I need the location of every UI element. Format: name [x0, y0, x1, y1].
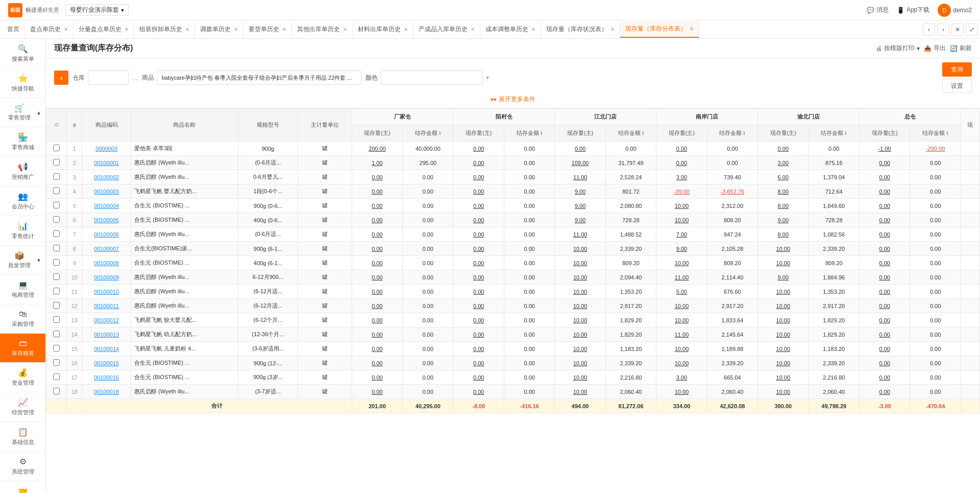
- cell-checkbox[interactable]: [46, 213, 67, 227]
- cell-yuibei-amount: 1,884.96: [808, 270, 859, 285]
- cell-total-stock: 0.00: [859, 184, 910, 199]
- cell-jiangbei-amount: 2,216.80: [605, 370, 656, 385]
- tab-home[interactable]: 首页: [2, 21, 25, 38]
- cell-total-stock: 0.00: [859, 342, 910, 356]
- query-button[interactable]: 查询: [942, 62, 972, 77]
- refresh-btn[interactable]: 🔄 刷新: [950, 44, 972, 53]
- expand-conditions-btn[interactable]: ▾▾ 展开更多条件: [54, 95, 972, 104]
- industry-select[interactable]: 母婴行业演示陈套 ▾: [65, 4, 129, 16]
- cell-yuibei-amount: 875.16: [808, 156, 859, 170]
- cell-village-amount: 0.00: [504, 270, 555, 285]
- sidebar-item-ecom[interactable]: 💻 电商管理: [0, 275, 45, 304]
- cell-checkbox[interactable]: [46, 242, 67, 256]
- cell-checkbox[interactable]: [46, 199, 67, 213]
- tab-close-cost-adjust[interactable]: ✕: [531, 27, 535, 32]
- warehouse-input[interactable]: [88, 71, 129, 85]
- setting-button[interactable]: 设置: [942, 79, 972, 93]
- tab-close-stock-status[interactable]: ✕: [610, 27, 615, 32]
- cell-checkbox[interactable]: [46, 285, 67, 299]
- cell-checkbox[interactable]: [46, 170, 67, 184]
- tab-assembly[interactable]: 组装拆卸单历史 ✕: [134, 21, 195, 38]
- sidebar-item-member[interactable]: 👥 会员中心: [0, 186, 45, 216]
- sidebar-item-quicknav[interactable]: ⭐ 快捷导航: [0, 68, 45, 98]
- sidebar-item-retail-mgmt[interactable]: 🛒 零售管理 ▲: [0, 98, 45, 127]
- sidebar-item-search[interactable]: 🔍 搜索英单: [0, 39, 45, 68]
- app-download-btn[interactable]: 📱 App下载: [897, 6, 929, 14]
- tab-close-material-out[interactable]: ✕: [404, 27, 408, 32]
- color-input[interactable]: [381, 71, 483, 85]
- cell-jiangbei-amount: 2,339.20: [605, 242, 656, 256]
- gear-icon[interactable]: ⚙: [54, 122, 59, 128]
- sidebar-item-stock[interactable]: 🗃 库存核算: [0, 334, 45, 363]
- cell-nanan-stock: 0.00: [656, 142, 707, 156]
- cell-checkbox[interactable]: [46, 184, 67, 199]
- tab-close-product-in[interactable]: ✕: [471, 27, 475, 32]
- tab-cost-adjust[interactable]: 成本调整单历史 ✕: [480, 21, 541, 38]
- tab-close-assembly[interactable]: ✕: [185, 27, 189, 32]
- summary-yuibei-stock: 390.00: [758, 399, 809, 413]
- tab-material-out[interactable]: 材料出库单历史 ✕: [353, 21, 413, 38]
- tab-close-stock-dist[interactable]: ✕: [690, 26, 694, 32]
- cell-yuibei-stock: 8.00: [758, 227, 809, 242]
- sidebar-item-finance[interactable]: 💰 资金管理: [0, 363, 45, 392]
- cell-checkbox[interactable]: [46, 156, 67, 170]
- cell-checkbox[interactable]: [46, 142, 67, 156]
- tab-transfer[interactable]: 调拨单历史 ✕: [195, 21, 243, 38]
- tab-close-inventory-split[interactable]: ✕: [125, 27, 129, 32]
- tab-close-other-out[interactable]: ✕: [343, 27, 347, 32]
- sidebar-item-retail-mall[interactable]: 🏪 零售商城: [0, 127, 45, 157]
- tab-expand-btn[interactable]: ⤢: [966, 24, 978, 36]
- sidebar-item-ops[interactable]: 📈 经营管理: [0, 392, 45, 422]
- search-icon: 🔍: [18, 44, 28, 54]
- tab-inventory-split[interactable]: 分量盘点单历史 ✕: [74, 21, 134, 38]
- tab-close-transfer[interactable]: ✕: [234, 27, 238, 32]
- table-row: 2 00100001 惠氏启醇 (Wyeth illu... (0-6月适...…: [46, 156, 980, 170]
- cell-code: 00100018: [82, 385, 131, 399]
- cell-checkbox[interactable]: [46, 327, 67, 342]
- tab-close-all-btn[interactable]: ✕: [951, 24, 964, 36]
- cell-checkbox[interactable]: [46, 342, 67, 356]
- handshake-icon: 🤝: [18, 486, 28, 493]
- product-input[interactable]: [157, 71, 361, 85]
- cell-checkbox[interactable]: [46, 356, 67, 370]
- print-btn[interactable]: 🖨 按模版打印 ▾: [876, 44, 920, 53]
- cell-checkbox[interactable]: [46, 313, 67, 327]
- sidebar-item-collab[interactable]: 🤝 企业协同: [0, 481, 45, 493]
- col-group-village: 陌村仓: [453, 109, 555, 125]
- store-icon: 🏪: [18, 132, 28, 142]
- sidebar-item-retail-stats[interactable]: 📊 零售统计: [0, 216, 45, 246]
- cell-checkbox[interactable]: [46, 270, 67, 285]
- cell-checkbox[interactable]: [46, 370, 67, 385]
- cell-jiangbei-stock: 10.00: [555, 270, 606, 285]
- tab-close-request[interactable]: ✕: [282, 27, 286, 32]
- cell-checkbox[interactable]: [46, 256, 67, 270]
- sidebar-item-base[interactable]: 📋 基础信息: [0, 422, 45, 452]
- tab-close-inventory-single[interactable]: ✕: [64, 27, 68, 32]
- cell-name: 合生元 (BIOSTIME) ...: [131, 213, 238, 227]
- tab-request[interactable]: 要货单历史 ✕: [243, 21, 292, 38]
- tab-product-in[interactable]: 产成品入库单历史 ✕: [413, 21, 480, 38]
- col-total-stock: 现存量(主): [859, 125, 910, 142]
- sidebar-item-purchase[interactable]: 🛍 采购管理: [0, 304, 45, 334]
- tab-other-out[interactable]: 其他出库单历史 ✕: [292, 21, 353, 38]
- filter-expand-icon[interactable]: ›: [54, 71, 68, 85]
- tab-inventory-single[interactable]: 盘点单历史 ✕: [25, 21, 74, 38]
- cell-checkbox[interactable]: [46, 385, 67, 399]
- sidebar-item-wholesale[interactable]: 📦 批发管理 ▼: [0, 246, 45, 275]
- table-row: 18 00100018 惠氏启醇 (Wyeth illu... (3-7岁适..…: [46, 385, 980, 399]
- cell-code: 00100007: [82, 242, 131, 256]
- tab-stock-status[interactable]: 现存量（库存状况表） ✕: [541, 21, 620, 38]
- user-area[interactable]: D demo2: [938, 4, 972, 17]
- sidebar-item-system[interactable]: ⚙ 系统管理: [0, 452, 45, 481]
- tab-prev-btn[interactable]: ‹: [923, 24, 935, 36]
- cell-nanan-stock: 0.00: [656, 156, 707, 170]
- tab-next-btn[interactable]: ›: [937, 24, 949, 36]
- export-btn[interactable]: 📤 导出: [924, 44, 946, 53]
- cell-checkbox[interactable]: [46, 227, 67, 242]
- tab-stock-dist[interactable]: 现存量（库存分布表） ✕: [620, 21, 699, 38]
- sidebar-item-marketing[interactable]: 📢 营销推广: [0, 157, 45, 186]
- cell-checkbox[interactable]: [46, 299, 67, 313]
- col-yuibei-amount: 结存金额 ℹ: [808, 125, 859, 142]
- chevron-down-icon: ▼: [36, 257, 41, 263]
- message-btn[interactable]: 💬 消息: [867, 6, 889, 14]
